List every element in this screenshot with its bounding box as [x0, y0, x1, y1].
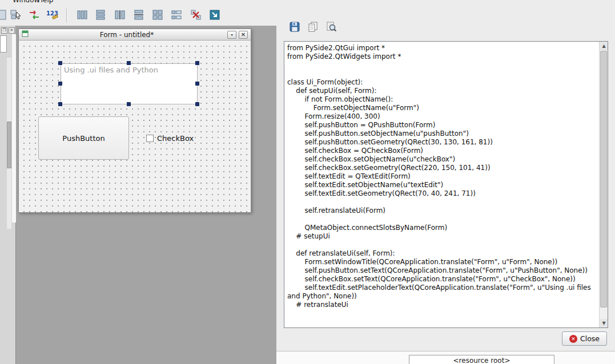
code-view[interactable]: from PySide2.QtGui import * from PySide2…	[284, 41, 608, 328]
scroll-down-arrow[interactable]: ▼	[600, 319, 608, 327]
edit-widgets-icon	[10, 9, 22, 23]
adjust-size-icon	[208, 9, 221, 23]
lay-out-vertically-icon	[94, 9, 107, 23]
close-red-icon: ✕	[569, 335, 577, 343]
lay-out-vertically-in-splitter-icon	[132, 9, 145, 23]
toolbar-edit-widgets-button[interactable]	[8, 7, 24, 23]
code-scrollbar-thumb[interactable]	[600, 51, 607, 308]
selection-handle-top-left[interactable]	[58, 61, 62, 65]
edit-signals-slots-icon	[28, 9, 41, 23]
selection-handle-bottom-right[interactable]	[195, 102, 199, 106]
lay-out-in-grid-icon	[151, 9, 164, 23]
toolbar-layout-form-button[interactable]	[168, 7, 184, 23]
toolbar-layout-vertical-button[interactable]	[93, 7, 108, 23]
toolbar-layout-horizontal-splitter-button[interactable]	[112, 7, 128, 23]
toolbar-layout-grid-button[interactable]	[150, 7, 166, 23]
dock-list-fragment	[0, 35, 7, 52]
find-icon	[325, 21, 337, 35]
textedit-widget[interactable]: Using .ui files and Python	[61, 63, 198, 104]
lay-out-horizontally-icon	[76, 9, 89, 23]
close-button-label: Close	[580, 334, 600, 343]
qt-designer-window: Window Help 123 ❐	[0, 0, 615, 364]
menu-window[interactable]: Window	[13, 0, 39, 4]
toolbar-layout-vertical-splitter-button[interactable]	[131, 7, 147, 23]
close-window-button[interactable]: ✕	[239, 31, 248, 39]
code-save-button[interactable]	[288, 21, 302, 34]
toolbar-edit-signals-slots-button[interactable]	[26, 7, 42, 23]
form-canvas[interactable]: Using .ui files and Python PushButton Ch…	[19, 41, 251, 212]
resource-root-item[interactable]: <resource root>	[409, 355, 554, 364]
code-find-button[interactable]	[324, 21, 338, 34]
selection-handle-bottom-left[interactable]	[58, 102, 62, 106]
toolbar-separator	[66, 9, 67, 22]
form-window-titlebar[interactable]: Form - untitled* - ✕	[19, 29, 251, 41]
lay-out-in-form-layout-icon	[170, 9, 183, 23]
left-dock-fragment: ❐ ✕	[0, 26, 16, 364]
selection-handle-mid-right[interactable]	[195, 82, 199, 86]
form-window-title: Form - untitled*	[29, 31, 225, 39]
mdi-workspace: ❐ ✕ Form - untitled* - ✕ Using .ui files…	[0, 26, 276, 364]
generated-python-code: from PySide2.QtGui import * from PySide2…	[284, 42, 608, 312]
checkbox-indicator[interactable]	[146, 135, 154, 142]
save-icon	[288, 21, 301, 35]
pushbutton-widget[interactable]: PushButton	[38, 116, 129, 160]
toolbar-edit-tab-order-button[interactable]: 123	[45, 7, 61, 23]
close-button[interactable]: ✕ Close	[562, 331, 607, 346]
lay-out-horizontally-in-splitter-icon	[114, 9, 126, 23]
form-window-icon	[22, 30, 29, 39]
code-copy-button[interactable]	[306, 21, 320, 34]
selection-handle-top-mid[interactable]	[127, 61, 131, 65]
dock-scrollbar-track[interactable]	[7, 58, 11, 229]
selection-handle-top-right[interactable]	[195, 61, 199, 65]
resource-browser-fragment: <resource root>	[276, 351, 615, 364]
selection-handle-bottom-mid[interactable]	[127, 102, 131, 106]
toolbar-break-layout-button[interactable]	[188, 7, 204, 23]
edit-tab-order-icon: 123	[46, 9, 59, 23]
code-preview-panel: from PySide2.QtGui import * from PySide2…	[276, 0, 615, 351]
scroll-up-arrow[interactable]: ▲	[600, 42, 608, 50]
textedit-placeholder: Using .ui files and Python	[64, 66, 158, 74]
dock-close-button[interactable]: ✕	[9, 27, 15, 34]
checkbox-label: CheckBox	[157, 134, 194, 143]
dock-scrollbar-thumb[interactable]	[7, 122, 11, 168]
checkbox-widget[interactable]: CheckBox	[146, 134, 194, 143]
toolbar-adjust-size-button[interactable]	[207, 7, 223, 23]
form-editor-window[interactable]: Form - untitled* - ✕ Using .ui files and…	[18, 29, 251, 213]
toolbar-layout-horizontal-button[interactable]	[74, 7, 90, 23]
widget-box-icon	[0, 9, 7, 23]
selection-handle-mid-left[interactable]	[58, 82, 62, 86]
menu-help[interactable]: Help	[38, 0, 53, 4]
dock-panel-fragment	[12, 34, 16, 223]
break-layout-icon	[190, 9, 202, 23]
dock-float-button[interactable]: ❐	[1, 27, 7, 34]
minimize-button[interactable]: -	[227, 31, 236, 39]
code-scrollbar[interactable]: ▲ ▼	[599, 42, 608, 327]
copy-icon	[307, 21, 319, 35]
